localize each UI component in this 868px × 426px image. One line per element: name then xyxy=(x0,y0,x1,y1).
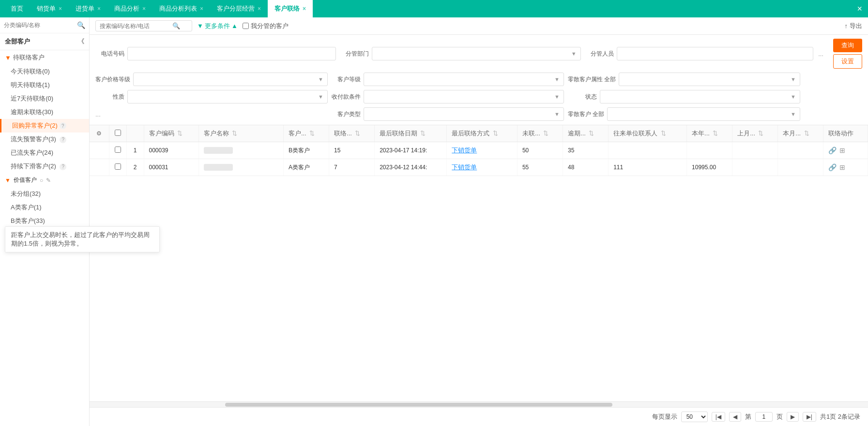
sidebar-search-input[interactable] xyxy=(4,22,77,29)
sidebar-search-icon[interactable]: 🔍 xyxy=(77,21,85,29)
row1-checkbox[interactable] xyxy=(115,147,121,153)
close-all-button[interactable]: × xyxy=(857,4,862,14)
th-type[interactable]: 客户... ⇅ xyxy=(283,125,329,142)
total-label: 共1页 2条记录 xyxy=(820,412,860,421)
value-customers-edit-icon[interactable]: ✎ xyxy=(46,177,51,184)
nav-item-analysis[interactable]: 商品分析 × xyxy=(107,0,152,17)
row2-last-date: 2023-04-12 14:44: xyxy=(375,159,447,176)
th-name[interactable]: 客户名称 ⇅ xyxy=(198,125,283,142)
sidebar-class-a[interactable]: A类客户(1) xyxy=(0,201,89,214)
row2-grid-icon[interactable]: ⊞ xyxy=(839,163,845,171)
row2-unit-contact: 111 xyxy=(609,159,687,176)
row1-grid-icon[interactable]: ⊞ xyxy=(839,147,845,154)
status-select[interactable]: ▼ xyxy=(600,90,800,103)
query-button[interactable]: 查询 xyxy=(833,39,862,52)
sidebar-persistent-decline[interactable]: 持续下滑客户(2) ? xyxy=(0,160,89,173)
next-page-btn[interactable]: ▶ xyxy=(787,412,799,422)
th-not-contact[interactable]: 未联... ⇅ xyxy=(517,125,563,142)
nature-select[interactable]: ▼ xyxy=(127,90,328,103)
th-gear[interactable]: ⚙ xyxy=(90,125,109,142)
nav-item-purchase[interactable]: 进货单 × xyxy=(69,0,107,17)
row2-last-method[interactable]: 下销货单 xyxy=(447,159,518,176)
filter-dots[interactable]: ... xyxy=(95,111,101,118)
close-customer-layered-icon[interactable]: × xyxy=(258,5,261,12)
settings-button[interactable]: 设置 xyxy=(833,54,862,69)
th-unit-contact[interactable]: 往来单位联系人 ⇅ xyxy=(609,125,687,142)
row2-name[interactable] xyxy=(198,159,283,176)
export-button[interactable]: ↑ 导出 xyxy=(845,22,863,30)
th-contact-count[interactable]: 联络... ⇅ xyxy=(329,125,375,142)
sidebar-already-lost[interactable]: 已流失客户(24) xyxy=(0,146,89,160)
row2-contact-count: 7 xyxy=(329,159,375,176)
row1-last-method[interactable]: 下销货单 xyxy=(447,142,518,159)
sidebar-7days-pending[interactable]: 近7天待联络(0) xyxy=(0,92,89,105)
close-analysis-icon[interactable]: × xyxy=(142,5,146,12)
nav-item-customer-contact[interactable]: 客户联络 × xyxy=(268,0,313,17)
prev-page-btn[interactable]: ◀ xyxy=(729,412,741,422)
row2-link-icon[interactable]: 🔗 xyxy=(828,163,837,171)
th-action[interactable]: 联络动作 xyxy=(823,125,868,142)
sidebar-repeat-anomaly[interactable]: 回购异常客户(2) ? xyxy=(0,119,89,132)
first-page-btn[interactable]: |◀ xyxy=(712,412,725,422)
sidebar: 🔍 全部客户 《 ▼ 待联络客户 今天待联络(0) 明天待联络(1) 近7天待联… xyxy=(0,17,90,426)
th-check[interactable] xyxy=(109,125,126,142)
nav-item-customer-layered[interactable]: 客户分层经营 × xyxy=(210,0,268,17)
close-analysis-list-icon[interactable]: × xyxy=(200,5,203,12)
person-more-icon[interactable]: ... xyxy=(816,50,825,58)
retail-attr-select[interactable]: ▼ xyxy=(619,73,800,86)
customer-type-select[interactable]: ▼ xyxy=(364,107,564,121)
search-icon[interactable]: 🔍 xyxy=(172,22,180,29)
pending-contact-group[interactable]: ▼ 待联络客户 xyxy=(0,50,89,65)
horizontal-scrollbar[interactable] xyxy=(90,401,868,407)
more-conditions-btn[interactable]: ▼ 更多条件 ▲ xyxy=(197,22,238,30)
th-this-year[interactable]: 本年... ⇅ xyxy=(687,125,732,142)
th-this-month[interactable]: 本月... ⇅ xyxy=(778,125,823,142)
search-input[interactable] xyxy=(100,23,172,29)
all-customers-header[interactable]: 全部客户 《 xyxy=(0,33,89,50)
phone-input[interactable] xyxy=(127,47,336,60)
row1-link-icon[interactable]: 🔗 xyxy=(828,147,837,154)
scrollbar-thumb[interactable] xyxy=(225,403,612,407)
th-code[interactable]: 客户编码 ⇅ xyxy=(144,125,198,142)
value-customers-circle-icon[interactable]: ○ xyxy=(40,177,43,184)
row2-checkbox[interactable] xyxy=(115,163,121,170)
sidebar-today-pending[interactable]: 今天待联络(0) xyxy=(0,65,89,78)
th-last-method[interactable]: 最后联络方式 ⇅ xyxy=(447,125,518,142)
th-last-date[interactable]: 最后联络日期 ⇅ xyxy=(375,125,447,142)
customer-grade-select[interactable]: ▼ xyxy=(364,73,564,86)
th-num xyxy=(126,125,144,142)
person-input[interactable] xyxy=(617,47,813,60)
row1-name[interactable] xyxy=(198,142,283,159)
th-overdue[interactable]: 逾期... ⇅ xyxy=(563,125,609,142)
sidebar-tomorrow-pending[interactable]: 明天待联络(1) xyxy=(0,78,89,92)
last-page-btn[interactable]: ▶| xyxy=(803,412,816,422)
my-customers-checkbox[interactable] xyxy=(243,23,249,29)
nav-item-sales[interactable]: 销货单 × xyxy=(30,0,69,17)
sidebar-overdue-pending[interactable]: 逾期未联络(30) xyxy=(0,105,89,119)
data-table: ⚙ 客户编码 ⇅ 客户名称 ⇅ 客户... ⇅ xyxy=(90,125,868,176)
sidebar-lost-preview[interactable]: 流失预警客户(3) ? xyxy=(0,132,89,146)
sort-last-method-icon: ⇅ xyxy=(493,130,498,137)
dept-select[interactable]: ▼ xyxy=(372,47,580,60)
nav-item-home[interactable]: 首页 xyxy=(4,0,30,17)
sidebar-ungrouped[interactable]: 未分组(32) xyxy=(0,187,89,201)
retail-customer-select[interactable]: ▼ xyxy=(607,107,800,121)
row2-code[interactable]: 000031 xyxy=(144,159,198,176)
nav-item-analysis-list[interactable]: 商品分析列表 × xyxy=(152,0,210,17)
close-sales-icon[interactable]: × xyxy=(59,5,62,12)
per-page-select[interactable]: 50 100 200 xyxy=(681,411,708,422)
row1-code[interactable]: 000039 xyxy=(144,142,198,159)
payment-select[interactable]: ▼ xyxy=(364,90,564,103)
sidebar-class-b[interactable]: B类客户(33) xyxy=(0,214,89,228)
close-purchase-icon[interactable]: × xyxy=(97,5,101,12)
th-last-month[interactable]: 上月... ⇅ xyxy=(732,125,778,142)
price-grade-select[interactable]: ▼ xyxy=(133,73,328,86)
my-customers-filter: 我分管的客户 xyxy=(243,22,289,30)
row2-check[interactable] xyxy=(109,159,126,176)
row1-check[interactable] xyxy=(109,142,126,159)
collapse-sidebar-icon[interactable]: 《 xyxy=(78,37,84,46)
close-customer-contact-icon[interactable]: × xyxy=(303,5,306,12)
select-all-checkbox[interactable] xyxy=(115,130,121,136)
payment-arrow: ▼ xyxy=(554,94,560,100)
page-input[interactable] xyxy=(755,412,773,422)
